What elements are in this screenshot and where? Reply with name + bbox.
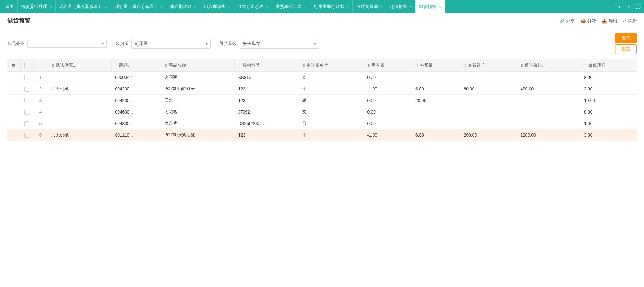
- tab-close-all-btn[interactable]: ×: [625, 2, 633, 11]
- tab-label: 可用量库存账本: [314, 4, 344, 10]
- row-checkbox-cell: [20, 83, 33, 95]
- row-goods-name: 离合片: [161, 118, 235, 129]
- share-button[interactable]: 🔗 分享: [559, 18, 575, 24]
- col-est-purchase-header: ⇅ 预计采购...: [517, 59, 580, 72]
- row-min-stock: 8.00: [580, 106, 637, 118]
- tab-item-2[interactable]: 现存量（库存状况表）×: [56, 0, 111, 13]
- tab-item-4[interactable]: 库存批次账×: [166, 0, 200, 13]
- refresh-icon: ↺: [623, 19, 627, 24]
- tab-label: 库存批次账: [170, 4, 192, 10]
- tab-item-11[interactable]: 缺货预警×: [415, 0, 445, 13]
- row-spec: J7092: [235, 106, 299, 118]
- tab-item-6[interactable]: 收发存汇总表×: [234, 0, 272, 13]
- tab-label: 超储预警: [390, 4, 407, 10]
- datasource-select[interactable]: 可用量 ▾: [131, 39, 211, 49]
- row-checkbox[interactable]: [24, 87, 29, 92]
- tab-label: 首页: [5, 4, 14, 10]
- tab-bar: 首页拣货异常处理×现存量（库存状况表）×现存量（库存分布表）×库存批次账×出入库…: [0, 0, 644, 13]
- row-checkbox[interactable]: [24, 98, 29, 103]
- row-latest-price: [460, 72, 517, 83]
- sort-icon: ⇅: [464, 64, 467, 67]
- share-icon: 🔗: [559, 19, 565, 24]
- col-stock-header: ⇅ 库存量: [364, 59, 412, 72]
- row-supplier: [48, 118, 111, 129]
- sort-icon: ⇅: [238, 64, 241, 67]
- col-gear: ⚙: [7, 59, 20, 72]
- datasource-label: 数据源: [116, 41, 129, 47]
- tab-close-icon[interactable]: ×: [49, 4, 52, 9]
- row-checkbox-cell: [20, 72, 33, 83]
- tab-item-10[interactable]: 超储预警×: [386, 0, 415, 13]
- row-latest-price: [460, 95, 517, 106]
- filter-bar: 商品分类 ▾ 数据源 可用量 ▾ 补货基数 安全库存 ▾ 查询 设置: [0, 28, 644, 59]
- row-min-stock: 3.00: [580, 83, 637, 95]
- row-min-stock: 3.00: [580, 129, 637, 141]
- col-replenish-qty-header: ⇅ 补货量: [412, 59, 460, 72]
- table-row: 4 004600... 火花塞 J7092 支 0.00 8.00: [7, 106, 637, 118]
- tab-item-1[interactable]: 拣货异常处理×: [18, 0, 56, 13]
- settings-button[interactable]: 设置: [615, 44, 637, 54]
- sort-icon: ⇅: [115, 64, 118, 67]
- row-gear-cell: [7, 118, 20, 129]
- tab-navigation: ‹ › × ⛶: [606, 2, 643, 11]
- row-spec: 123: [235, 83, 299, 95]
- tab-fullscreen-btn[interactable]: ⛶: [634, 2, 643, 11]
- sort-icon: ⇅: [416, 64, 419, 67]
- row-supplier: 力天机械: [48, 129, 111, 141]
- replenish-basis-label: 补货基数: [219, 41, 237, 47]
- table-row: 3 004200... 三九 123 箱 0.00 20.00 10.00: [7, 95, 637, 106]
- row-checkbox[interactable]: [24, 121, 29, 126]
- tab-close-icon[interactable]: ×: [160, 4, 162, 9]
- tab-item-5[interactable]: 出入库流水×: [200, 0, 234, 13]
- sort-icon: ⇅: [584, 64, 587, 67]
- header-actions: 🔗 分享 📦 补货 📤 导出 ↺ 刷新: [559, 18, 637, 24]
- replenish-icon: 📦: [580, 19, 586, 24]
- tab-close-icon[interactable]: ×: [228, 4, 230, 9]
- row-gear-cell: [7, 83, 20, 95]
- row-checkbox-cell: [20, 95, 33, 106]
- row-index: 5: [33, 118, 48, 129]
- row-checkbox[interactable]: [24, 133, 29, 138]
- sort-icon: ⇅: [367, 64, 370, 67]
- row-checkbox[interactable]: [24, 110, 29, 115]
- tab-close-icon[interactable]: ×: [194, 4, 196, 9]
- export-button[interactable]: 📤 导出: [602, 18, 617, 24]
- row-latest-price: [460, 106, 517, 118]
- tab-close-icon[interactable]: ×: [409, 4, 412, 9]
- row-stock: -1.00: [364, 83, 412, 95]
- tab-label: 收发存汇总表: [238, 4, 264, 10]
- tab-close-icon[interactable]: ×: [439, 4, 441, 9]
- tab-item-0[interactable]: 首页: [1, 0, 18, 13]
- query-button[interactable]: 查询: [615, 33, 637, 43]
- tab-close-icon[interactable]: ×: [346, 4, 348, 9]
- tab-item-8[interactable]: 可用量库存账本×: [310, 0, 352, 13]
- tab-prev-btn[interactable]: ‹: [606, 2, 614, 11]
- data-table: ⚙ ⇅ 默认供应... ⇅ 商品...: [7, 59, 637, 141]
- category-select[interactable]: ▾: [27, 40, 107, 48]
- page-header: 缺货预警 🔗 分享 📦 补货 📤 导出 ↺ 刷新: [0, 13, 644, 28]
- tab-next-btn[interactable]: ›: [615, 2, 624, 11]
- row-goods-name: 三九: [161, 95, 235, 106]
- col-latest-price-header: ⇅ 最新进价: [460, 59, 517, 72]
- tab-close-icon[interactable]: ×: [105, 4, 107, 9]
- row-index: 1: [33, 72, 48, 83]
- row-unit: 个: [299, 129, 364, 141]
- row-checkbox[interactable]: [24, 75, 29, 80]
- tab-item-3[interactable]: 现存量（库存分布表）×: [111, 0, 166, 13]
- gear-icon[interactable]: ⚙: [11, 63, 16, 69]
- tab-item-7[interactable]: 要货单统计表×: [272, 0, 310, 13]
- tab-close-icon[interactable]: ×: [266, 4, 268, 9]
- tab-close-icon[interactable]: ×: [380, 4, 382, 9]
- row-stock: 0.00: [364, 95, 412, 106]
- row-checkbox-cell: [20, 118, 33, 129]
- replenish-button[interactable]: 📦 补货: [580, 18, 596, 24]
- page-content: 缺货预警 🔗 分享 📦 补货 📤 导出 ↺ 刷新 商品分类: [0, 13, 644, 287]
- select-all-checkbox[interactable]: [24, 63, 29, 68]
- row-replenish-qty: [412, 72, 460, 83]
- refresh-button[interactable]: ↺ 刷新: [623, 18, 637, 24]
- tab-close-icon[interactable]: ×: [304, 4, 306, 9]
- tab-label: 现存量（库存状况表）: [59, 4, 103, 10]
- replenish-basis-select[interactable]: 安全库存 ▾: [240, 39, 319, 49]
- tab-item-9[interactable]: 保质期查询×: [353, 0, 386, 13]
- row-est-purchase: 480.00: [517, 83, 580, 95]
